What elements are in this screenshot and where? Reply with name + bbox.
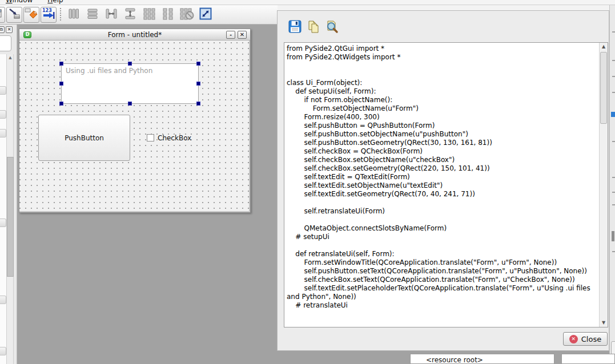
adjust-size-button[interactable] xyxy=(199,8,212,22)
lay-out-horizontally-in-splitter-button[interactable] xyxy=(104,8,118,22)
clipped-scrollbar-fragment xyxy=(612,231,614,241)
close-button[interactable]: ✕ Close xyxy=(563,332,608,346)
designer-window-icon: D xyxy=(23,31,31,38)
selection-handle-nw[interactable] xyxy=(59,62,63,66)
form-editor-window: D Form - untitled* - ✕ Using .ui files a… xyxy=(19,29,251,213)
clipped-text-fragment xyxy=(612,204,615,205)
layout-vertical-icon xyxy=(86,7,99,22)
checkbox-label: CheckBox xyxy=(158,134,191,142)
edit-signals-slots-button[interactable] xyxy=(6,7,22,23)
qt-designer-screen: Window Help 123 xyxy=(0,0,615,364)
find-icon xyxy=(325,20,339,35)
checkbox-widget[interactable]: CheckBox xyxy=(147,126,204,149)
form-window-titlebar[interactable]: D Form - untitled* - ✕ xyxy=(19,29,250,41)
clipped-text-fragment xyxy=(612,251,615,252)
widget-category-item[interactable] xyxy=(0,296,6,304)
adjust-size-icon xyxy=(199,7,212,22)
clipped-text-fragment xyxy=(612,60,615,61)
widget-box-scrollbar[interactable]: ▲ xyxy=(6,54,14,364)
pushbutton-widget[interactable]: PushButton xyxy=(38,115,130,161)
widget-category-item[interactable] xyxy=(0,219,6,227)
widget-box-list[interactable] xyxy=(0,54,6,364)
resource-root-item[interactable]: <resource root> xyxy=(426,356,483,364)
widget-category-item[interactable] xyxy=(0,129,6,137)
code-preview-dialog: from PySide2.QtGui import * from PySide2… xyxy=(277,10,609,351)
layout-grid-icon xyxy=(142,7,156,22)
clipped-text-fragment xyxy=(612,177,615,178)
copy-icon xyxy=(307,20,320,35)
widget-filter-input[interactable] xyxy=(0,35,11,51)
scrollbar-thumb[interactable] xyxy=(600,52,607,124)
clipped-text-fragment xyxy=(612,141,615,142)
scroll-up-icon[interactable]: ▲ xyxy=(7,55,13,60)
textedit-placeholder: Using .ui files and Python xyxy=(66,67,152,75)
selection-handle-sw[interactable] xyxy=(59,102,63,106)
form-close-button[interactable]: ✕ xyxy=(238,31,247,39)
dock-close-button[interactable]: ✕ xyxy=(6,26,13,33)
scrollbar-thumb[interactable] xyxy=(7,157,14,277)
widget-category-item[interactable] xyxy=(0,110,6,119)
menu-window[interactable]: Window xyxy=(6,0,33,4)
copy-button[interactable] xyxy=(307,20,320,35)
selection-handle-ne[interactable] xyxy=(196,62,200,66)
pushbutton-label: PushButton xyxy=(65,134,104,142)
lay-out-horizontally-button[interactable] xyxy=(67,8,81,22)
selection-handle-s[interactable] xyxy=(128,102,132,106)
break-layout-button[interactable] xyxy=(180,8,194,22)
clipped-text-fragment xyxy=(612,92,615,93)
widget-category-item[interactable] xyxy=(0,86,6,95)
lay-out-vertically-button[interactable] xyxy=(86,8,99,22)
widget-category-item[interactable] xyxy=(0,347,6,355)
edit-buddies-button[interactable] xyxy=(23,7,39,23)
form-canvas[interactable]: Using .ui files and Python PushButton Ch… xyxy=(19,41,250,212)
lay-out-in-a-grid-button[interactable] xyxy=(142,8,156,22)
resource-browser-panel: <resource root> xyxy=(410,354,554,364)
layout-form-icon xyxy=(161,7,175,22)
textedit-widget[interactable]: Using .ui files and Python xyxy=(61,63,199,104)
generated-code-editor[interactable]: from PySide2.QtGui import * from PySide2… xyxy=(284,42,608,327)
clipped-text-fragment xyxy=(612,192,615,193)
clipped-selection-highlight xyxy=(611,112,615,117)
selection-handle-n[interactable] xyxy=(128,62,132,66)
edit-widgets-icon xyxy=(0,8,3,21)
clipped-control-fragment xyxy=(611,341,615,355)
scroll-down-icon[interactable]: ▼ xyxy=(600,319,608,327)
selection-handle-se[interactable] xyxy=(196,102,200,106)
clipped-text-fragment xyxy=(612,76,615,77)
code-vertical-scrollbar[interactable]: ▲ ▼ xyxy=(599,43,608,327)
code-dialog-toolbar xyxy=(288,20,339,35)
dock-float-button[interactable]: ⧉ xyxy=(0,26,5,33)
property-editor-edge xyxy=(609,5,615,364)
save-button[interactable] xyxy=(288,20,302,35)
close-circle-icon: ✕ xyxy=(569,335,578,343)
edit-buddies-icon xyxy=(25,7,38,22)
python-code-text[interactable]: from PySide2.QtGui import * from PySide2… xyxy=(284,43,600,327)
form-window-title: Form - untitled* xyxy=(19,31,250,39)
menu-bar: Window Help xyxy=(0,0,615,5)
lay-out-in-a-form-layout-button[interactable] xyxy=(161,8,175,22)
find-button[interactable] xyxy=(325,20,339,35)
toolbar-separator xyxy=(59,8,62,22)
layout-horizontal-icon xyxy=(67,7,81,22)
checkbox-box-icon xyxy=(147,134,154,141)
selection-handle-e[interactable] xyxy=(196,82,200,86)
layout-horizontal-splitter-icon xyxy=(104,7,118,22)
menu-help[interactable]: Help xyxy=(47,0,63,4)
tab-order-123-label: 123 xyxy=(42,8,52,13)
scroll-up-icon[interactable]: ▲ xyxy=(600,43,608,51)
edit-widgets-button[interactable] xyxy=(0,7,5,23)
close-button-label: Close xyxy=(581,335,601,343)
lay-out-vertically-in-splitter-button[interactable] xyxy=(123,8,137,22)
main-toolbar: 123 xyxy=(0,5,278,25)
clipped-text-fragment xyxy=(612,31,615,33)
widget-box-panel: ⧉ ✕ ▲ xyxy=(0,25,17,364)
edit-signals-slots-icon xyxy=(8,7,21,22)
edit-tab-order-button[interactable]: 123 xyxy=(41,7,57,23)
break-layout-icon xyxy=(179,7,194,22)
resource-preview-panel xyxy=(561,354,615,364)
selection-handle-w[interactable] xyxy=(59,82,63,86)
form-minimize-button[interactable]: - xyxy=(226,31,235,39)
layout-vertical-splitter-icon xyxy=(123,7,137,22)
save-icon xyxy=(288,20,302,35)
